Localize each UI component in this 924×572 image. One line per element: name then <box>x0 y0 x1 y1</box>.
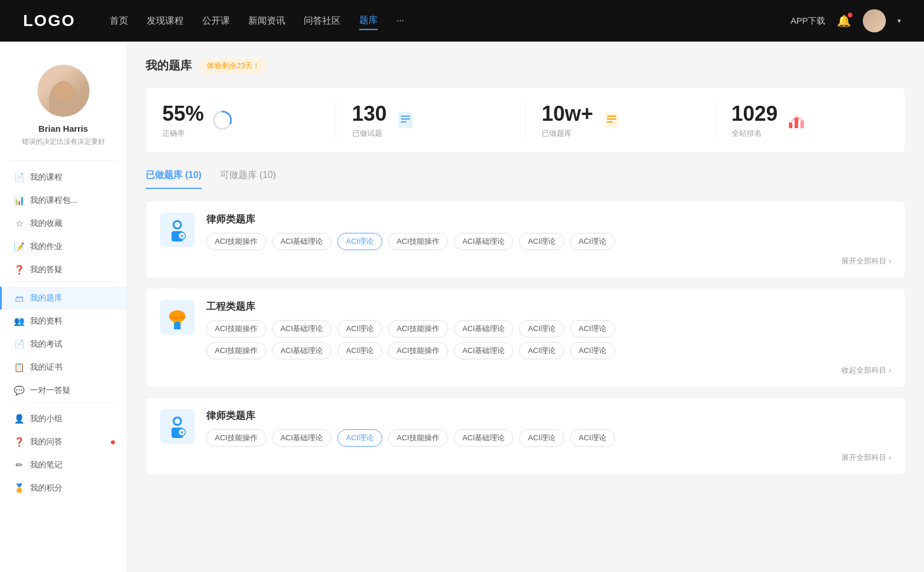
tab-done-banks[interactable]: 已做题库 (10) <box>146 169 202 188</box>
group-icon: 👤 <box>14 414 24 424</box>
svg-point-26 <box>174 418 180 424</box>
user-avatar[interactable] <box>863 9 886 32</box>
sidebar-item-homework[interactable]: 📝 我的作业 <box>0 235 126 258</box>
sidebar-item-course-packages[interactable]: 📊 我的课程包... <box>0 189 126 212</box>
question-bank-icon: 🗃 <box>14 294 24 303</box>
qb-tag[interactable]: ACI技能操作 <box>206 320 266 337</box>
sidebar-item-question-bank[interactable]: 🗃 我的题库 <box>0 287 126 310</box>
svg-rect-3 <box>401 116 410 117</box>
nav-courses[interactable]: 发现课程 <box>147 13 184 29</box>
accuracy-icon <box>212 110 233 131</box>
sidebar-divider-1 <box>9 161 117 161</box>
one-on-one-icon: 💬 <box>14 385 24 396</box>
svg-rect-5 <box>401 121 407 122</box>
qb-expand-lawyer-1[interactable]: 展开全部科目 › <box>206 256 891 266</box>
lawyer-icon-1 <box>160 213 195 247</box>
nav-qa[interactable]: 问答社区 <box>304 13 341 29</box>
qb-tag[interactable]: ACI理论 <box>519 429 564 447</box>
qb-title-engineer: 工程类题库 <box>206 300 891 313</box>
stat-label-rank: 全站排名 <box>732 128 778 139</box>
qb-card-inner-engineer: 工程类题库 ACI技能操作 ACI基础理论 ACI理论 ACI技能操作 ACI基… <box>160 300 891 376</box>
qb-tag[interactable]: ACI基础理论 <box>272 320 332 337</box>
sidebar-item-certificates[interactable]: 📋 我的证书 <box>0 356 126 379</box>
stat-text-accuracy: 55% 正确率 <box>162 102 204 139</box>
qb-content-lawyer-1: 律师类题库 ACI技能操作 ACI基础理论 ACI理论 ACI技能操作 ACI基… <box>206 213 891 266</box>
my-courses-icon: 📄 <box>14 172 24 183</box>
sidebar-item-answers[interactable]: ❓ 我的问答 <box>0 430 126 454</box>
main-layout: Brian Harris 错误的决定比没有决定要好 📄 我的课程 📊 我的课程包… <box>0 42 924 572</box>
qb-card-inner-lawyer-2: 律师类题库 ACI技能操作 ACI基础理论 ACI理论 ACI技能操作 ACI基… <box>160 409 891 463</box>
sidebar-item-qa[interactable]: ❓ 我的答疑 <box>0 258 126 281</box>
tab-available-banks[interactable]: 可做题库 (10) <box>220 169 276 188</box>
trial-badge: 体验剩余23天！ <box>200 58 267 73</box>
sidebar-profile: Brian Harris 错误的决定比没有决定要好 <box>0 53 126 161</box>
sidebar-item-my-courses[interactable]: 📄 我的课程 <box>0 166 126 189</box>
sidebar-item-group[interactable]: 👤 我的小组 <box>0 407 126 430</box>
svg-point-17 <box>178 232 185 239</box>
qb-tag[interactable]: ACI理论 <box>519 233 564 250</box>
sidebar-item-one-on-one[interactable]: 💬 一对一答疑 <box>0 379 126 402</box>
engineer-icon <box>160 300 195 335</box>
qb-tag[interactable]: ACI理论 <box>519 320 564 337</box>
stat-text-done-banks: 10w+ 已做题库 <box>542 102 593 139</box>
qb-tag[interactable]: ACI基础理论 <box>272 342 332 359</box>
qb-tag[interactable]: ACI基础理论 <box>272 233 332 250</box>
qb-tag-active[interactable]: ACI理论 <box>337 429 382 447</box>
sidebar-item-label: 我的问答 <box>30 437 62 447</box>
qb-tag[interactable]: ACI基础理论 <box>454 429 514 447</box>
qb-tag[interactable]: ACI基础理论 <box>454 342 514 359</box>
qb-tag[interactable]: ACI技能操作 <box>388 320 448 337</box>
sidebar-item-favorites[interactable]: ☆ 我的收藏 <box>0 212 126 235</box>
stat-done-tests: 130 已做试题 <box>336 88 526 153</box>
rank-icon <box>786 110 807 131</box>
nav-news[interactable]: 新闻资讯 <box>248 13 285 29</box>
nav-qbank[interactable]: 题库 <box>359 12 378 30</box>
qb-tag[interactable]: ACI理论 <box>337 320 382 337</box>
sidebar-item-label: 我的笔记 <box>30 460 62 470</box>
qb-tag[interactable]: ACI理论 <box>337 342 382 359</box>
svg-rect-9 <box>607 121 613 122</box>
qb-tag[interactable]: ACI技能操作 <box>388 233 448 250</box>
exams-icon: 📄 <box>14 339 24 350</box>
sidebar-item-exams[interactable]: 📄 我的考试 <box>0 333 126 356</box>
user-dropdown-arrow[interactable]: ▾ <box>897 17 901 25</box>
qb-tag[interactable]: ACI技能操作 <box>206 233 266 250</box>
done-banks-icon <box>601 110 622 131</box>
qb-tag[interactable]: ACI技能操作 <box>206 429 266 447</box>
sidebar-item-label: 我的考试 <box>30 339 62 350</box>
qb-tag[interactable]: ACI基础理论 <box>454 233 514 250</box>
nav-open-courses[interactable]: 公开课 <box>202 13 230 29</box>
qb-tag[interactable]: ACI技能操作 <box>206 342 266 359</box>
nav-more[interactable]: ··· <box>396 13 404 28</box>
question-bank-tabs: 已做题库 (10) 可做题库 (10) <box>146 169 906 189</box>
qb-tag[interactable]: ACI基础理论 <box>454 320 514 337</box>
qb-tag[interactable]: ACI理论 <box>570 342 615 359</box>
stat-label-done-banks: 已做题库 <box>542 128 593 139</box>
sidebar-item-profile[interactable]: 👥 我的资料 <box>0 310 126 333</box>
qb-tag[interactable]: ACI理论 <box>570 320 615 337</box>
sidebar-item-label: 我的课程包... <box>30 195 77 206</box>
qb-tag[interactable]: ACI理论 <box>519 342 564 359</box>
sidebar-item-label: 我的证书 <box>30 362 62 373</box>
sidebar-item-notes[interactable]: ✏ 我的笔记 <box>0 454 126 477</box>
app-download-link[interactable]: APP下载 <box>791 16 825 27</box>
course-packages-icon: 📊 <box>14 195 24 206</box>
qb-tag[interactable]: ACI理论 <box>570 233 615 250</box>
qb-collapse-engineer[interactable]: 收起全部科目 › <box>206 365 891 376</box>
lawyer-icon-2 <box>160 409 195 444</box>
notification-bell[interactable]: 🔔 <box>837 14 851 28</box>
sidebar-item-points[interactable]: 🏅 我的积分 <box>0 477 126 500</box>
nav-home[interactable]: 首页 <box>110 13 128 29</box>
svg-rect-8 <box>607 118 616 120</box>
sidebar-item-label: 一对一答疑 <box>30 385 70 396</box>
qb-expand-lawyer-2[interactable]: 展开全部科目 › <box>206 452 891 463</box>
qb-tag[interactable]: ACI技能操作 <box>388 429 448 447</box>
main-content: 我的题库 体验剩余23天！ 55% 正确率 <box>127 42 924 572</box>
qb-tag[interactable]: ACI基础理论 <box>272 429 332 447</box>
qb-tag[interactable]: ACI理论 <box>570 429 615 447</box>
qb-tag-active[interactable]: ACI理论 <box>337 233 382 250</box>
qb-tags-engineer-row1: ACI技能操作 ACI基础理论 ACI理论 ACI技能操作 ACI基础理论 AC… <box>206 320 891 337</box>
qb-tag[interactable]: ACI技能操作 <box>388 342 448 359</box>
sidebar-item-label: 我的题库 <box>30 293 62 303</box>
page-header: 我的题库 体验剩余23天！ <box>146 58 906 73</box>
